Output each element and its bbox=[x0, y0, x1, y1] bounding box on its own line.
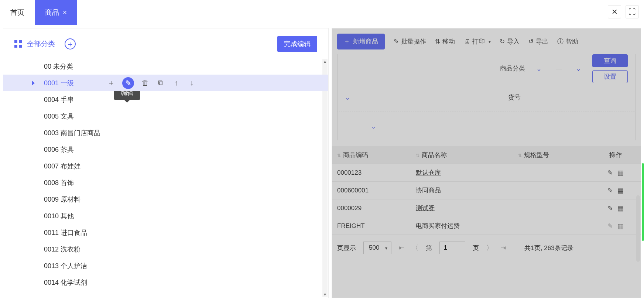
chevron-down-icon[interactable]: ⌄ bbox=[371, 122, 376, 130]
cell-code: 0000123 bbox=[332, 164, 411, 182]
move-button[interactable]: ⇅ 移动 bbox=[435, 37, 455, 46]
cell-name[interactable]: 测试呀 bbox=[416, 205, 435, 212]
merge-button[interactable]: ⧉ bbox=[156, 79, 165, 88]
chevron-down-icon: ▾ bbox=[489, 39, 491, 44]
export-button[interactable]: ↺ 导出 bbox=[528, 37, 548, 46]
cell-name[interactable]: 协同商品 bbox=[416, 187, 441, 194]
product-panel: ＋ 新增商品 ✎ 批量操作 ⇅ 移动 🖨 打印 ▾ ↻ bbox=[332, 28, 641, 298]
close-all-tabs-button[interactable]: ✕ bbox=[608, 5, 621, 18]
add-child-button[interactable]: ＋ bbox=[107, 79, 116, 88]
tree-node[interactable]: 0001 一级＋✎🗑⧉↑↓ bbox=[3, 75, 328, 91]
row-edit-icon[interactable]: ✎ bbox=[607, 187, 613, 195]
col-op: 操作 bbox=[590, 146, 641, 164]
fullscreen-button[interactable]: ⛶ bbox=[626, 5, 639, 18]
batch-ops-button[interactable]: ✎ 批量操作 bbox=[394, 37, 426, 46]
range-dash: — bbox=[556, 65, 562, 72]
edit-icon: ✎ bbox=[394, 38, 399, 45]
row-edit-icon[interactable]: ✎ bbox=[607, 169, 613, 177]
query-button[interactable]: 查询 bbox=[592, 54, 628, 67]
tab-home[interactable]: 首页 bbox=[0, 0, 35, 25]
tab-product[interactable]: 商品 × bbox=[35, 0, 77, 25]
caret-right-icon[interactable] bbox=[32, 81, 35, 85]
chevron-down-icon[interactable]: ⌄ bbox=[576, 65, 581, 73]
row-more-icon[interactable]: ▦ bbox=[617, 187, 624, 195]
settings-button[interactable]: 设置 bbox=[592, 70, 628, 83]
cell-spec bbox=[513, 217, 591, 235]
tree-node[interactable]: 00 未分类 bbox=[3, 58, 328, 75]
tree-node[interactable]: 0013 个人护洁 bbox=[3, 257, 328, 274]
product-table: ⇅商品编码 ⇅商品名称 ⇅规格型号 操作 0000123默认仓库✎▦000600… bbox=[332, 146, 641, 235]
add-product-label: 新增商品 bbox=[353, 37, 378, 46]
table-row[interactable]: 0000123默认仓库✎▦ bbox=[332, 164, 641, 182]
chevron-down-icon[interactable]: ⌄ bbox=[345, 93, 350, 102]
table-scrollbar[interactable] bbox=[636, 195, 640, 262]
move-up-button[interactable]: ↑ bbox=[172, 79, 181, 88]
product-toolbar: ＋ 新增商品 ✎ 批量操作 ⇅ 移动 🖨 打印 ▾ ↻ bbox=[332, 28, 641, 54]
tree-node[interactable]: 0014 化学试剂 bbox=[3, 274, 328, 291]
add-product-button[interactable]: ＋ 新增商品 bbox=[337, 34, 385, 49]
add-category-button[interactable]: ＋ bbox=[65, 38, 76, 49]
pager-last[interactable]: ⇥ bbox=[500, 244, 506, 252]
pager-first[interactable]: ⇤ bbox=[399, 244, 404, 252]
move-down-button[interactable]: ↓ bbox=[187, 79, 196, 88]
tree-node-label: 0012 洗衣粉 bbox=[37, 245, 80, 254]
col-spec[interactable]: ⇅规格型号 bbox=[513, 146, 591, 164]
tab-home-label: 首页 bbox=[10, 8, 24, 17]
tree-node-label: 0001 一级 bbox=[37, 79, 74, 88]
tree-node[interactable]: 0003 南昌门店商品 bbox=[3, 124, 328, 141]
filter-row-3: ⌄ bbox=[337, 112, 636, 140]
help-label: 帮助 bbox=[566, 37, 578, 46]
per-page-select[interactable]: 500 ▾ bbox=[363, 242, 391, 254]
tree-node[interactable]: 0009 原材料 bbox=[3, 191, 328, 208]
node-actions: ＋✎🗑⧉↑↓ bbox=[107, 77, 196, 89]
tree-node-label: 0003 南昌门店商品 bbox=[37, 129, 100, 137]
tree-node-label: 0009 原材料 bbox=[37, 195, 80, 204]
row-more-icon[interactable]: ▦ bbox=[617, 204, 624, 212]
tree-node-label: 0007 布娃娃 bbox=[37, 162, 80, 171]
tree-node[interactable]: 0007 布娃娃 bbox=[3, 158, 328, 174]
page-input[interactable] bbox=[439, 242, 465, 254]
tree-node[interactable]: 0008 首饰 bbox=[3, 174, 328, 191]
pager-prev[interactable]: 〈 bbox=[412, 243, 418, 252]
finish-edit-button[interactable]: 完成编辑 bbox=[277, 36, 317, 52]
print-icon: 🖨 bbox=[464, 38, 470, 45]
edit-button[interactable]: ✎ bbox=[122, 77, 134, 89]
tree-node[interactable]: 0006 茶具 bbox=[3, 141, 328, 158]
table-row[interactable]: 0000029测试呀✎▦ bbox=[332, 199, 641, 217]
chevron-down-icon[interactable]: ⌄ bbox=[536, 65, 542, 73]
help-button[interactable]: ⓘ 帮助 bbox=[557, 37, 578, 46]
cell-op: ✎▦ bbox=[590, 199, 641, 217]
print-label: 打印 bbox=[472, 37, 485, 46]
category-panel: 全部分类 ＋ 完成编辑 编辑 ▴ ▾ 00 未分类0001 一级＋✎🗑⧉↑↓00… bbox=[3, 28, 329, 298]
table-row[interactable]: FREIGHT电商买家付运费✎▦ bbox=[332, 217, 641, 235]
pager-next[interactable]: 〉 bbox=[486, 243, 493, 252]
tree-node-label: 0010 其他 bbox=[37, 212, 74, 220]
tree-node-label: 0013 个人护洁 bbox=[37, 261, 87, 270]
col-name[interactable]: ⇅商品名称 bbox=[411, 146, 513, 164]
cell-op: ✎▦ bbox=[590, 164, 641, 182]
print-button[interactable]: 🖨 打印 ▾ bbox=[464, 37, 491, 46]
cell-spec bbox=[513, 182, 591, 199]
close-icon[interactable]: × bbox=[63, 8, 67, 17]
pager-summary: 共1页, 263条记录 bbox=[524, 244, 573, 252]
chevron-down-icon: ▾ bbox=[385, 246, 387, 251]
tree-node[interactable]: 0011 进口食品 bbox=[3, 224, 328, 241]
tree-node[interactable]: 0005 文具 bbox=[3, 108, 328, 124]
tree-node[interactable]: 0010 其他 bbox=[3, 208, 328, 224]
tree-node-label: 0014 化学试剂 bbox=[37, 278, 87, 287]
tree-node[interactable]: 0004 手串 bbox=[3, 91, 328, 108]
import-button[interactable]: ↻ 导入 bbox=[500, 37, 520, 46]
cell-name[interactable]: 默认仓库 bbox=[416, 169, 441, 176]
row-edit-icon[interactable]: ✎ bbox=[607, 204, 613, 212]
delete-button[interactable]: 🗑 bbox=[141, 79, 150, 88]
tree-node-label: 0004 手串 bbox=[37, 95, 74, 104]
import-icon: ↻ bbox=[500, 38, 505, 45]
col-code[interactable]: ⇅商品编码 bbox=[332, 146, 411, 164]
all-categories-label[interactable]: 全部分类 bbox=[27, 39, 55, 49]
tree-node[interactable]: 0012 洗衣粉 bbox=[3, 241, 328, 257]
table-row[interactable]: 000600001协同商品✎▦ bbox=[332, 182, 641, 199]
cell-code: FREIGHT bbox=[332, 217, 411, 235]
import-label: 导入 bbox=[507, 37, 520, 46]
row-more-icon[interactable]: ▦ bbox=[617, 222, 624, 230]
row-more-icon[interactable]: ▦ bbox=[617, 169, 624, 177]
